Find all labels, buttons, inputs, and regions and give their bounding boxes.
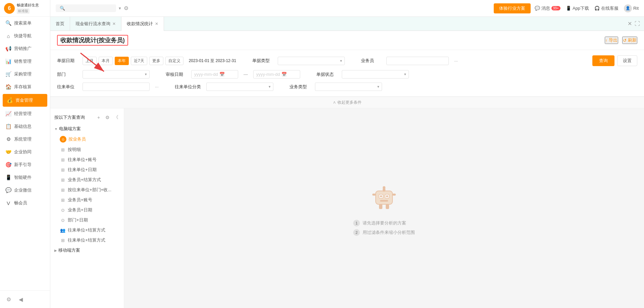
sidebar-item-finance[interactable]: 💰 资金管理	[3, 94, 47, 107]
tab-collection-close-icon[interactable]: ✕	[155, 21, 158, 26]
date-btn-more[interactable]: 更多	[149, 57, 163, 65]
tab-collection[interactable]: 收款情况统计 ✕	[121, 17, 164, 31]
sidebar-item-enterprise[interactable]: 🤝 企业协同	[0, 146, 50, 158]
left-panel-settings-icon[interactable]: ⚙	[104, 114, 111, 121]
business-type-select[interactable]	[315, 83, 382, 91]
online-service-action[interactable]: 🎧 在线客服	[594, 5, 619, 11]
svg-point-7	[383, 186, 385, 189]
sidebar-item-marketing[interactable]: 📢 营销推广	[0, 42, 50, 55]
enterprise-icon: 🤝	[5, 149, 11, 155]
plan-salesperson-date-icon: ⊙	[60, 207, 66, 213]
svg-rect-9	[392, 194, 396, 196]
plan-dept-date-icon: ⊙	[60, 217, 66, 223]
mobile-group-arrow-icon: ▶	[54, 249, 57, 252]
sidebar-item-member[interactable]: V 畅会员	[0, 197, 50, 209]
date-btn-this-month[interactable]: 本月	[99, 57, 113, 65]
message-action[interactable]: 💬 消息 99+	[535, 5, 560, 11]
plan-item-salesperson-date[interactable]: ⊙ 业务员+日期	[50, 205, 124, 215]
business-type-select-wrap	[315, 83, 382, 91]
date-btn-last-month[interactable]: 上月	[83, 57, 97, 65]
trial-btn[interactable]: 体验行业方案	[494, 3, 531, 13]
sidebar-item-inventory[interactable]: 🏠 库存核算	[0, 81, 50, 93]
collapse-sidebar-icon[interactable]: ◀	[16, 295, 25, 304]
newbie-icon: 🎯	[5, 162, 11, 168]
sidebar-item-quicknav[interactable]: ⌂ 快捷导航	[0, 30, 50, 42]
business-type-label: 业务类型	[289, 84, 310, 90]
plan-item-mingxi[interactable]: ⊞ 按明细	[50, 145, 124, 155]
tab-bank[interactable]: 现金银行流水查询 ✕	[70, 17, 121, 31]
dept-label: 部门	[57, 71, 77, 78]
finance-icon: 💰	[7, 97, 13, 103]
plan-item-salesperson[interactable]: ⊙ 按业务员	[50, 134, 124, 145]
header-gear-icon[interactable]: ⚙	[124, 5, 128, 11]
date-btn-last7days[interactable]: 近7天	[131, 57, 147, 65]
sidebar-item-purchase[interactable]: 🛒 采购管理	[0, 68, 50, 81]
plan-item-unit-settlement1[interactable]: 👥 往来单位+结算方式	[50, 225, 124, 235]
collapse-bar[interactable]: ∧ 收起更多条件	[50, 97, 644, 108]
plan-item-dept-date[interactable]: ⊙ 部门+日期	[50, 215, 124, 225]
plan-item-unit-date[interactable]: ⊞ 往来单位+日期	[50, 165, 124, 175]
left-panel-header: 按以下方案查询 + ⚙ 《	[50, 111, 124, 124]
doc-type-select[interactable]	[278, 57, 345, 65]
calendar-icon-end: 📅	[281, 72, 287, 77]
svg-point-4	[386, 195, 388, 197]
counterpart-input[interactable]	[83, 83, 150, 91]
plan-item-unit-settlement2[interactable]: ⊞ 往来单位+结算方式	[50, 235, 124, 245]
purchase-icon: 🛒	[5, 71, 11, 77]
tab-home[interactable]: 首页	[50, 17, 70, 31]
doc-type-select-wrap	[278, 57, 345, 65]
doc-status-select[interactable]	[342, 70, 409, 79]
refresh-btn[interactable]: ↺ 刷新	[622, 37, 637, 44]
review-date-start[interactable]: yyyy-mm-dd 📅	[191, 70, 238, 79]
dept-select[interactable]	[83, 70, 150, 79]
sidebar-item-search[interactable]: 🔍 搜索菜单	[0, 17, 50, 30]
right-content: 1 请先选择要分析的方案 2 用过滤条件来缩小分析范围	[124, 108, 644, 308]
pc-group-arrow-icon: ▼	[54, 127, 58, 131]
svg-rect-5	[380, 200, 388, 202]
plan-salesperson-settlement-icon: ⊞	[60, 177, 66, 183]
mobile-plan-group-header[interactable]: ▶ 移动端方案	[50, 245, 124, 255]
date-btn-custom[interactable]: 自定义	[165, 57, 183, 65]
operation-icon: 📈	[5, 111, 11, 117]
member-icon: V	[5, 200, 11, 206]
sidebar-item-wechat[interactable]: 💬 企业微信	[0, 184, 50, 197]
plan-item-unit-dept[interactable]: ⊞ 按往来单位+部门+收...	[50, 185, 124, 195]
sidebar-item-operation[interactable]: 📈 经营管理	[0, 107, 50, 120]
settings-bottom-icon[interactable]: ⚙	[4, 295, 13, 304]
counterpart-category-select[interactable]	[206, 83, 273, 91]
settings-btn[interactable]: 设置	[617, 55, 637, 66]
query-btn[interactable]: 查询	[592, 55, 614, 66]
app-download-action[interactable]: 📱 App下载	[566, 5, 589, 11]
user-profile[interactable]: 👤 Rit	[624, 4, 639, 12]
salesperson-dots[interactable]: ···	[454, 58, 458, 63]
sidebar-logo: 6 畅捷通好生意 标准版	[0, 0, 50, 17]
sidebar-item-system[interactable]: ⚙ 系统管理	[0, 133, 50, 146]
dropdown-arrow-icon[interactable]: ▾	[119, 6, 121, 11]
pc-plan-group-header[interactable]: ▼ 电脑端方案	[50, 124, 124, 134]
tab-close-all-icon[interactable]: ✕	[628, 20, 632, 27]
export-btn[interactable]: ↑ 导出	[605, 37, 619, 44]
sidebar-item-sales[interactable]: 📊 销售管理	[0, 55, 50, 68]
plan-item-salesperson-settlement[interactable]: ⊞ 业务员+结算方式	[50, 175, 124, 185]
plan-item-salesperson-account[interactable]: ⊞ 业务员+账号	[50, 195, 124, 205]
counterpart-dots[interactable]: ···	[155, 84, 159, 89]
wechat-icon: 💬	[5, 187, 11, 193]
left-panel-collapse-icon[interactable]: 《	[112, 114, 120, 121]
left-panel-action-icons: + ⚙ 《	[95, 114, 120, 121]
review-date-end[interactable]: yyyy-mm-dd 📅	[253, 70, 300, 79]
sidebar-item-basicinfo[interactable]: 📋 基础信息	[0, 120, 50, 133]
sidebar-item-hardware[interactable]: 📱 智能硬件	[0, 171, 50, 184]
date-btn-this-year[interactable]: 本年	[115, 57, 129, 65]
sidebar-item-newbie[interactable]: 🎯 新手引导	[0, 158, 50, 171]
plan-item-unit-account[interactable]: ⊞ 往来单位+账号	[50, 155, 124, 165]
tab-maximize-icon[interactable]: ⛶	[635, 21, 640, 27]
logo-text-area: 畅捷通好生意 标准版	[17, 3, 39, 13]
tab-bank-close-icon[interactable]: ✕	[112, 21, 116, 26]
sidebar-nav: 🔍 搜索菜单 ⌂ 快捷导航 📢 营销推广 📊 销售管理 🛒 采购管理 🏠 库存核…	[0, 17, 50, 290]
salesperson-input[interactable]	[386, 57, 449, 65]
export-icon: ↑	[605, 38, 608, 43]
left-panel-add-icon[interactable]: +	[95, 114, 102, 121]
inventory-icon: 🏠	[5, 84, 11, 90]
basicinfo-icon: 📋	[5, 123, 11, 130]
header-search-box[interactable]: 🔍	[56, 4, 116, 12]
